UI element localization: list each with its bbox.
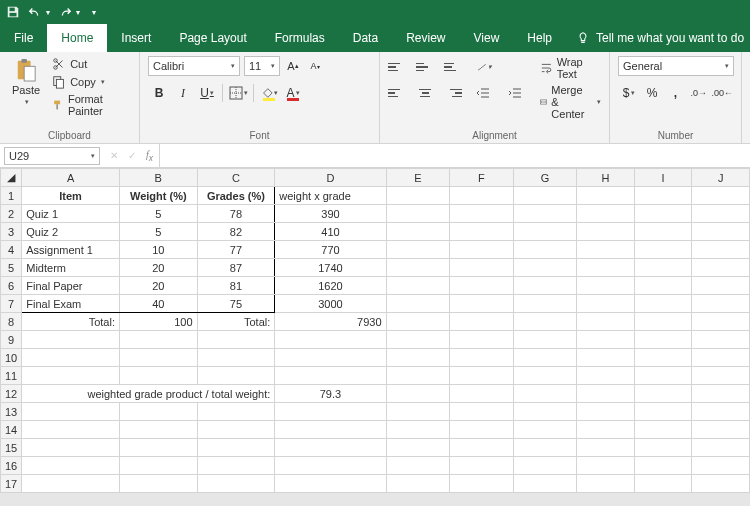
redo-caret-icon[interactable]: ▾ [76,8,80,17]
customize-qat-icon[interactable]: ▾ [92,8,96,17]
cell-H14[interactable] [577,421,635,439]
cell-D8[interactable]: 7930 [275,313,386,331]
cell-I5[interactable] [634,259,692,277]
cell-I15[interactable] [634,439,692,457]
cell-D9[interactable] [275,331,386,349]
cell-B3[interactable]: 5 [119,223,197,241]
cell-C16[interactable] [197,457,275,475]
cell-F6[interactable] [450,277,514,295]
cell-B1[interactable]: Weight (%) [119,187,197,205]
cell-H12[interactable] [577,385,635,403]
cell-H9[interactable] [577,331,635,349]
cell-C6[interactable]: 81 [197,277,275,295]
cell-A6[interactable]: Final Paper [22,277,120,295]
select-all-cell[interactable]: ◢ [1,169,22,187]
increase-indent-button[interactable] [504,82,526,104]
cell-F11[interactable] [450,367,514,385]
tab-home[interactable]: Home [47,24,107,52]
cell-B9[interactable] [119,331,197,349]
number-format-select[interactable]: General▾ [618,56,734,76]
cell-G17[interactable] [513,475,577,493]
cell-F17[interactable] [450,475,514,493]
enter-formula-icon[interactable]: ✓ [128,150,136,161]
cell-A12[interactable]: weighted grade product / total weight: [22,385,275,403]
tell-me[interactable]: Tell me what you want to do [576,31,744,45]
cell-C8[interactable]: Total: [197,313,275,331]
cell-F4[interactable] [450,241,514,259]
cell-H1[interactable] [577,187,635,205]
cell-F14[interactable] [450,421,514,439]
row-header-7[interactable]: 7 [1,295,22,313]
cell-I2[interactable] [634,205,692,223]
align-right-button[interactable] [444,84,462,102]
cell-C11[interactable] [197,367,275,385]
col-header-C[interactable]: C [197,169,275,187]
cell-I16[interactable] [634,457,692,475]
col-header-G[interactable]: G [513,169,577,187]
row-header-12[interactable]: 12 [1,385,22,403]
cell-A4[interactable]: Assignment 1 [22,241,120,259]
cell-G8[interactable] [513,313,577,331]
cell-B5[interactable]: 20 [119,259,197,277]
cell-E3[interactable] [386,223,450,241]
cell-I6[interactable] [634,277,692,295]
col-header-A[interactable]: A [22,169,120,187]
cell-D3[interactable]: 410 [275,223,386,241]
cell-B2[interactable]: 5 [119,205,197,223]
cell-D15[interactable] [275,439,386,457]
cell-C13[interactable] [197,403,275,421]
cell-H6[interactable] [577,277,635,295]
paste-button[interactable]: Paste ▾ [8,56,44,118]
cell-D12[interactable]: 79.3 [275,385,386,403]
row-header-3[interactable]: 3 [1,223,22,241]
cell-F7[interactable] [450,295,514,313]
cell-H11[interactable] [577,367,635,385]
row-header-14[interactable]: 14 [1,421,22,439]
cell-C7[interactable]: 75 [197,295,275,313]
font-size-select[interactable]: 11▾ [244,56,280,76]
cell-E13[interactable] [386,403,450,421]
row-header-2[interactable]: 2 [1,205,22,223]
cell-B16[interactable] [119,457,197,475]
align-middle-button[interactable] [416,58,434,76]
cell-F15[interactable] [450,439,514,457]
row-header-9[interactable]: 9 [1,331,22,349]
cell-J15[interactable] [692,439,750,457]
cell-A17[interactable] [22,475,120,493]
cell-B14[interactable] [119,421,197,439]
cell-E17[interactable] [386,475,450,493]
tab-file[interactable]: File [0,24,47,52]
cell-A8[interactable]: Total: [22,313,120,331]
col-header-B[interactable]: B [119,169,197,187]
cell-H17[interactable] [577,475,635,493]
cell-I9[interactable] [634,331,692,349]
italic-button[interactable]: I [172,82,194,104]
cell-I11[interactable] [634,367,692,385]
decrease-indent-button[interactable] [472,82,494,104]
cell-J7[interactable] [692,295,750,313]
merge-center-button[interactable]: Merge & Center▾ [540,84,601,120]
cell-A7[interactable]: Final Exam [22,295,120,313]
cell-I8[interactable] [634,313,692,331]
cell-I13[interactable] [634,403,692,421]
cell-J8[interactable] [692,313,750,331]
cell-A9[interactable] [22,331,120,349]
copy-button[interactable]: Copy▾ [50,74,131,90]
cell-E6[interactable] [386,277,450,295]
redo-icon[interactable] [58,5,72,19]
cell-E12[interactable] [386,385,450,403]
fx-icon[interactable]: fx [146,149,153,163]
cell-E1[interactable] [386,187,450,205]
cell-J11[interactable] [692,367,750,385]
cell-G1[interactable] [513,187,577,205]
comma-format-button[interactable]: , [665,82,686,104]
cell-G12[interactable] [513,385,577,403]
font-name-select[interactable]: Calibri▾ [148,56,240,76]
row-header-8[interactable]: 8 [1,313,22,331]
col-header-E[interactable]: E [386,169,450,187]
row-header-10[interactable]: 10 [1,349,22,367]
cell-F9[interactable] [450,331,514,349]
row-header-6[interactable]: 6 [1,277,22,295]
cell-E16[interactable] [386,457,450,475]
cell-B15[interactable] [119,439,197,457]
